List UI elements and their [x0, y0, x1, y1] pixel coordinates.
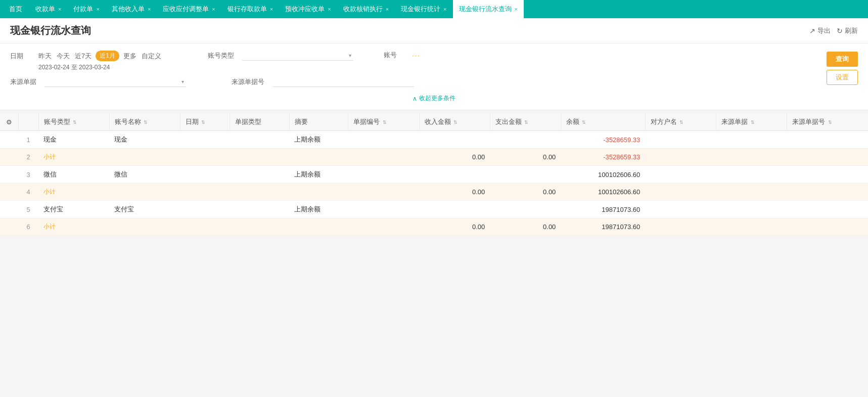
table-row: 3 微信 微信 上期余额 100102606.60 [0, 166, 868, 184]
sort-icon: ⇅ [751, 120, 755, 125]
sort-icon: ⇅ [73, 120, 77, 125]
more-dots-icon[interactable]: ··· [412, 52, 421, 59]
row-source-doc-no-cell [787, 149, 868, 166]
source-doc-no-column-header[interactable]: 来源单据号 ⇅ [787, 113, 868, 131]
expense-column-header[interactable]: 支出金额 ⇅ [490, 113, 561, 131]
row-source-doc-cell [716, 218, 787, 236]
close-icon[interactable]: × [270, 6, 273, 12]
row-doc-no-cell [348, 131, 419, 149]
row-balance-cell: -3528659.33 [561, 149, 645, 166]
row-source-doc-cell [716, 201, 787, 218]
source-doc-column-header[interactable]: 来源单据 ⇅ [716, 113, 787, 131]
row-seq-cell: 6 [18, 218, 38, 236]
row-doc-no-cell [348, 201, 419, 218]
chevron-down-icon[interactable]: ▾ [349, 53, 351, 58]
row-seq-cell: 5 [18, 201, 38, 218]
sort-icon: ⇅ [582, 120, 586, 125]
nav-tab-fukuan[interactable]: 付款单 × [67, 0, 105, 18]
flow-table: ⚙ 账号类型 ⇅ 账号名称 ⇅ 日期 ⇅ 单据类型 摘要 [0, 113, 868, 236]
sort-icon: ⇅ [524, 120, 528, 125]
nav-tab-other-income[interactable]: 其他收入单 × [106, 0, 157, 18]
nav-tab-flow-query[interactable]: 现金银行流水查询 × [453, 0, 524, 18]
row-expense-cell [490, 166, 561, 184]
row-source-doc-cell [716, 149, 787, 166]
close-icon[interactable]: × [148, 6, 151, 12]
seq-column-header [18, 113, 38, 131]
row-counterpart-cell [645, 201, 716, 218]
settings-button[interactable]: 设置 [827, 70, 858, 85]
nav-tab-shoukuan[interactable]: 收款单 × [29, 0, 67, 18]
page-header: 现金银行流水查询 ↗ 导出 ↻ 刷新 [0, 18, 868, 43]
balance-column-header[interactable]: 余额 ⇅ [561, 113, 645, 131]
query-button[interactable]: 查询 [827, 52, 858, 67]
refresh-button[interactable]: ↻ 刷新 [837, 26, 858, 35]
row-balance-cell: -3528659.33 [561, 131, 645, 149]
date-today[interactable]: 今天 [56, 52, 71, 61]
row-source-doc-cell [716, 166, 787, 184]
sort-icon: ⇅ [201, 120, 205, 125]
close-icon[interactable]: × [96, 6, 99, 12]
export-icon: ↗ [809, 27, 815, 35]
row-account-name-cell [109, 184, 180, 201]
nav-tab-stats[interactable]: 现金银行统计 × [395, 0, 452, 18]
source-doc-chevron-icon[interactable]: ▾ [181, 79, 184, 84]
date-label: 日期 [10, 52, 30, 61]
export-button[interactable]: ↗ 导出 [809, 26, 831, 35]
row-gear-cell [0, 149, 18, 166]
row-counterpart-cell [645, 131, 716, 149]
data-table-container: ⚙ 账号类型 ⇅ 账号名称 ⇅ 日期 ⇅ 单据类型 摘要 [0, 113, 868, 236]
close-icon[interactable]: × [443, 6, 446, 12]
date-custom[interactable]: 自定义 [141, 52, 162, 61]
row-summary-cell [289, 184, 348, 201]
row-account-name-cell: 微信 [109, 166, 180, 184]
date-1month[interactable]: 近1月 [96, 51, 119, 61]
date-yesterday[interactable]: 昨天 [37, 52, 53, 61]
nav-tab-bank-deposit[interactable]: 银行存取款单 × [221, 0, 279, 18]
counterpart-column-header[interactable]: 对方户名 ⇅ [645, 113, 716, 131]
row-source-doc-no-cell [787, 166, 868, 184]
gear-column-header[interactable]: ⚙ [0, 113, 18, 131]
close-icon[interactable]: × [515, 6, 518, 12]
row-income-cell: 0.00 [419, 149, 490, 166]
nav-tab-verify[interactable]: 收款核销执行 × [337, 0, 395, 18]
row-gear-cell [0, 131, 18, 149]
doc-no-column-header[interactable]: 单据编号 ⇅ [348, 113, 419, 131]
top-nav: 首页 收款单 × 付款单 × 其他收入单 × 应收应付调整单 × 银行存取款单 … [0, 0, 868, 18]
row-source-doc-cell [716, 184, 787, 201]
row-expense-cell: 0.00 [490, 218, 561, 236]
header-actions: ↗ 导出 ↻ 刷新 [809, 26, 858, 35]
account-type-input[interactable] [244, 52, 349, 59]
row-expense-cell [490, 201, 561, 218]
row-summary-cell: 上期余额 [289, 166, 348, 184]
row-expense-cell: 0.00 [490, 184, 561, 201]
row-seq-cell: 3 [18, 166, 38, 184]
close-icon[interactable]: × [386, 6, 389, 12]
row-account-name-cell: 支付宝 [109, 201, 180, 218]
row-summary-cell: 上期余额 [289, 201, 348, 218]
source-doc-label: 来源单据 [10, 77, 36, 86]
row-doc-no-cell [348, 184, 419, 201]
row-doc-no-cell [348, 166, 419, 184]
collapse-conditions-bar[interactable]: ∧ 收起更多条件 [10, 92, 858, 106]
nav-tab-prepayment[interactable]: 预收冲应收单 × [279, 0, 337, 18]
row-balance-cell: 100102606.60 [561, 166, 645, 184]
table-row: 6 小计 0.00 0.00 19871073.60 [0, 218, 868, 236]
account-name-column-header[interactable]: 账号名称 ⇅ [109, 113, 180, 131]
date-range: 2023-02-24 至 2023-03-24 [38, 64, 110, 71]
source-doc-input[interactable] [47, 78, 181, 85]
row-expense-cell [490, 131, 561, 149]
close-icon[interactable]: × [58, 6, 61, 12]
date-column-header[interactable]: 日期 ⇅ [180, 113, 230, 131]
close-icon[interactable]: × [328, 6, 331, 12]
account-type-column-header[interactable]: 账号类型 ⇅ [38, 113, 109, 131]
nav-home[interactable]: 首页 [2, 0, 29, 18]
row-income-cell [419, 166, 490, 184]
source-doc-no-label: 来源单据号 [232, 77, 264, 86]
row-doc-type-cell [230, 166, 289, 184]
source-doc-no-input[interactable] [275, 78, 412, 85]
date-more[interactable]: 更多 [122, 52, 138, 61]
income-column-header[interactable]: 收入金额 ⇅ [419, 113, 490, 131]
nav-tab-adjustment[interactable]: 应收应付调整单 × [157, 0, 221, 18]
close-icon[interactable]: × [212, 6, 215, 12]
date-7days[interactable]: 近7天 [74, 52, 93, 61]
